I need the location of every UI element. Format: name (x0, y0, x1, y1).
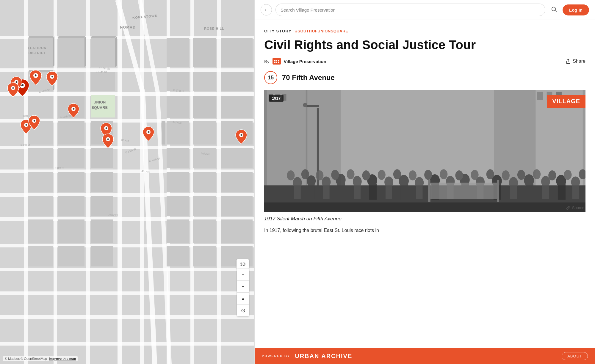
svg-rect-37 (58, 72, 84, 91)
share-button[interactable]: Share (566, 59, 585, 64)
svg-text:UNION: UNION (93, 100, 106, 104)
zoom-in-button[interactable]: + (237, 269, 249, 281)
back-button[interactable]: ← (261, 4, 272, 15)
hashtag-tag[interactable]: #SOUTHOFUNIONSQUARE (295, 29, 348, 33)
svg-rect-55 (28, 148, 53, 168)
photo-image[interactable]: 1917 VILLAGE (264, 90, 585, 203)
by-label: By (264, 59, 270, 64)
powered-by-label: POWERED BY (262, 354, 290, 358)
svg-rect-53 (193, 121, 216, 145)
svg-point-212 (409, 170, 416, 181)
svg-text:✱: ✱ (25, 124, 27, 126)
compass-button[interactable]: ▲ (237, 293, 249, 305)
svg-rect-175 (354, 184, 361, 199)
svg-rect-67 (28, 196, 53, 216)
svg-rect-33 (221, 38, 253, 67)
svg-text:✱: ✱ (240, 134, 242, 136)
svg-rect-19 (0, 291, 254, 295)
photo-caption: 1917 Silent March on Fifth Avenue (264, 216, 585, 222)
svg-point-210 (378, 170, 386, 180)
svg-rect-60 (221, 148, 253, 168)
svg-rect-63 (91, 172, 113, 192)
svg-rect-40 (193, 72, 216, 91)
svg-rect-46 (193, 96, 216, 118)
svg-rect-183 (416, 186, 422, 200)
svg-text:✱: ✱ (12, 87, 14, 90)
photo-year-badge: 1917 (269, 95, 284, 102)
panel-content: CITY STORY #SOUTHOFUNIONSQUARE Civil Rig… (255, 20, 595, 348)
by-line: By Village Preservation Share (264, 58, 585, 65)
svg-rect-70 (167, 196, 189, 216)
svg-rect-163 (306, 105, 319, 107)
locate-button[interactable]: ⊙ (237, 305, 249, 316)
login-button[interactable]: Log In (563, 4, 589, 15)
stop-address: 70 Fifth Avenue (282, 73, 335, 82)
svg-rect-76 (167, 219, 189, 243)
svg-rect-169 (308, 184, 314, 199)
svg-point-219 (517, 170, 525, 180)
svg-rect-199 (542, 184, 549, 199)
content-panel: ← Log In CITY STORY #SOUTHOFUNIONSQUARE … (254, 0, 595, 364)
photo-village-badge: VILLAGE (547, 95, 585, 108)
svg-rect-225 (497, 180, 499, 203)
about-button[interactable]: ABOUT (562, 352, 588, 360)
stop-item: 15 70 Fifth Avenue (264, 71, 585, 84)
svg-text:✱: ✱ (105, 127, 107, 130)
svg-rect-43 (28, 96, 53, 118)
svg-rect-69 (91, 196, 113, 216)
svg-rect-71 (193, 196, 216, 216)
svg-text:DISTRICT: DISTRICT (29, 51, 46, 55)
svg-rect-21 (0, 342, 254, 346)
svg-rect-4 (118, 0, 122, 364)
svg-text:FLATIRON: FLATIRON (28, 46, 47, 50)
svg-rect-177 (369, 184, 377, 200)
svg-rect-171 (323, 185, 329, 199)
zoom-out-button[interactable]: − (237, 281, 249, 293)
svg-rect-32 (193, 38, 216, 67)
svg-point-204 (287, 170, 295, 181)
svg-rect-179 (386, 185, 392, 199)
svg-point-220 (533, 170, 541, 180)
svg-rect-79 (28, 246, 53, 266)
photo-source-line: Source (264, 203, 585, 212)
svg-rect-8 (217, 0, 221, 364)
svg-rect-80 (58, 246, 84, 266)
svg-rect-58 (167, 148, 189, 168)
svg-point-207 (331, 170, 339, 180)
svg-rect-57 (91, 148, 113, 168)
svg-marker-24 (53, 36, 54, 67)
map-panel[interactable]: KOREATOWN NOMAD FLATIRON DISTRICT ROSE H… (0, 0, 254, 364)
svg-rect-173 (337, 183, 345, 200)
tour-title: Civil Rights and Social Justice Tour (264, 38, 585, 52)
svg-rect-73 (28, 219, 53, 243)
svg-rect-52 (167, 121, 189, 145)
svg-rect-77 (193, 219, 216, 243)
svg-rect-83 (193, 246, 216, 266)
category-line: CITY STORY #SOUTHOFUNIONSQUARE (264, 28, 585, 34)
svg-text:NOMAD: NOMAD (120, 25, 136, 29)
svg-text:E 15th St: E 15th St (95, 70, 107, 73)
urban-archive-logo: URBAN ARCHIVE (295, 353, 352, 360)
svg-marker-29 (91, 36, 116, 38)
svg-marker-26 (58, 36, 85, 38)
svg-rect-197 (526, 184, 533, 200)
svg-point-209 (362, 170, 370, 181)
svg-rect-224 (430, 183, 497, 199)
svg-text:Astor Pl: Astor Pl (108, 214, 118, 216)
svg-rect-201 (558, 184, 566, 200)
svg-rect-28 (91, 38, 115, 67)
svg-rect-82 (167, 246, 189, 266)
svg-point-164 (303, 103, 307, 107)
svg-rect-74 (58, 219, 84, 243)
svg-rect-47 (221, 96, 253, 118)
3d-toggle-button[interactable]: 3D (237, 259, 249, 269)
svg-marker-30 (115, 36, 117, 67)
svg-line-132 (555, 10, 557, 12)
search-input[interactable] (275, 4, 545, 16)
search-button[interactable] (549, 5, 559, 15)
svg-rect-75 (91, 219, 113, 243)
category-label: CITY STORY (264, 29, 292, 33)
source-label[interactable]: Source (572, 205, 584, 210)
svg-marker-27 (84, 36, 86, 67)
svg-rect-78 (221, 219, 253, 243)
